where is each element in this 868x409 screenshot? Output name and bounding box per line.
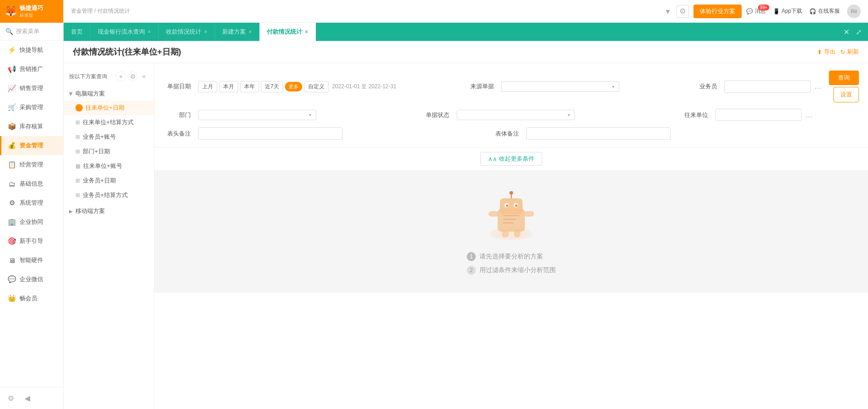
enterprise-icon: 🏢: [8, 218, 16, 226]
topbar-message-btn[interactable]: 💬 消息 99+: [746, 7, 766, 15]
date-btn-this-month[interactable]: 本月: [219, 81, 238, 92]
collapse-icon: «: [142, 72, 146, 80]
scheme-item-partner-date[interactable]: 往来单位+日期: [64, 101, 154, 115]
panel-collapse-btn[interactable]: «: [140, 71, 149, 81]
scheme-item-partner-account[interactable]: ▦ 往来单位+账号: [64, 159, 154, 173]
tab-bank-flow-close[interactable]: ×: [148, 29, 151, 35]
sidebar-item-label: 快捷导航: [20, 46, 43, 54]
scheme-group-desktop-title[interactable]: ▶ 电脑端方案: [64, 87, 154, 101]
active-dot-icon: [75, 104, 83, 111]
scheme-item-partner-settlement[interactable]: ⊞ 往来单位+结算方式: [64, 115, 154, 130]
system-icon: ⚙: [8, 199, 16, 207]
filter-row-2: 部门 ▾ 单据状态 ▾ 往来单位 …: [164, 109, 859, 121]
sidebar-collapse-btn[interactable]: ◀: [21, 392, 34, 404]
tab-home[interactable]: 首页: [64, 23, 90, 41]
main-area: 资金管理 / 付款情况统计 ▾ ⚙ 体验行业方案 💬 消息 99+ 📱 App下…: [64, 0, 868, 409]
date-btn-more[interactable]: 更多: [285, 82, 302, 91]
tab-bank-flow[interactable]: 现金银行流水查询 ×: [90, 23, 159, 41]
sidebar-item-sales[interactable]: 📈 销售管理: [0, 79, 63, 98]
sidebar-item-wechat[interactable]: 💬 企业微信: [0, 270, 63, 289]
sidebar-settings-btn[interactable]: ⚙: [5, 392, 17, 404]
date-range-text: 2022-01-01 至 2022-12-31: [332, 83, 396, 91]
chevron-down-icon: ▾: [612, 84, 614, 89]
topbar-avatar[interactable]: Rit: [847, 5, 861, 18]
chevron-up-icon: ∧∧: [488, 156, 497, 162]
tab-new-scheme-close[interactable]: ×: [249, 29, 252, 35]
date-btn-last-month[interactable]: 上月: [198, 81, 217, 92]
refresh-icon: ↻: [840, 49, 845, 56]
partner-input[interactable]: [715, 109, 802, 121]
sidebar-item-enterprise[interactable]: 🏢 企业协同: [0, 212, 63, 232]
funds-icon: 💰: [8, 141, 16, 150]
tab-expand-btn[interactable]: ⤢: [854, 26, 863, 38]
tab-bank-flow-label: 现金银行流水查询: [98, 28, 145, 36]
tab-new-scheme-label: 新建方案: [222, 28, 246, 36]
refresh-btn[interactable]: ↻ 刷新: [840, 48, 859, 56]
head-note-label: 表头备注: [164, 130, 191, 138]
app-label: App下载: [782, 7, 802, 15]
scheme-item-staff-date[interactable]: ⊞ 业务员+日期: [64, 173, 154, 188]
empty-state: 1 请先选择要分析的方案 2 用过滤条件来缩小分析范围: [155, 170, 868, 293]
bar-chart-icon: ▦: [75, 163, 80, 169]
sidebar-item-smart-hw[interactable]: 🖥 智能硬件: [0, 251, 63, 270]
operations-icon: 📋: [8, 161, 16, 169]
grid-icon: ⊞: [75, 119, 80, 126]
body-note-input[interactable]: [526, 127, 671, 140]
scheme-item-dept-date[interactable]: ⊞ 部门+日期: [64, 144, 154, 159]
tab-collection[interactable]: 收款情况统计 ×: [159, 23, 215, 41]
scheme-group-mobile-label: 移动端方案: [75, 207, 105, 215]
sidebar-item-member[interactable]: 👑 畅会员: [0, 289, 63, 308]
scheme-item-staff-settlement[interactable]: ⊞ 业务员+结算方式: [64, 188, 154, 202]
collapse-conditions-btn[interactable]: ∧∧ 收起更多条件: [480, 152, 542, 166]
chevron-down-icon: ▶: [69, 92, 74, 96]
sidebar-item-marketing[interactable]: 📢 营销推广: [0, 60, 63, 79]
quick-nav-icon: ⚡: [8, 46, 16, 54]
staff-input[interactable]: [724, 81, 811, 93]
scheme-item-label: 业务员+结算方式: [83, 191, 128, 199]
filter-settings-btn[interactable]: 设置: [833, 87, 859, 102]
date-btn-7days[interactable]: 近7天: [261, 81, 283, 92]
source-select[interactable]: ▾: [501, 81, 619, 92]
tip-num-1: 1: [467, 252, 476, 261]
grid-icon: ⊞: [75, 192, 80, 198]
try-industry-btn[interactable]: 体验行业方案: [693, 5, 742, 18]
export-btn[interactable]: ⬆ 导出: [817, 48, 836, 56]
sidebar-item-basic-info[interactable]: 🗂 基础信息: [0, 174, 63, 193]
query-btn[interactable]: 查询: [829, 71, 859, 85]
tab-collection-close[interactable]: ×: [204, 29, 207, 35]
date-btn-this-year[interactable]: 本年: [240, 81, 259, 92]
topbar-settings-btn[interactable]: ⚙: [676, 5, 689, 18]
topbar-dropdown-icon[interactable]: ▾: [666, 6, 670, 16]
search-icon: 🔍: [5, 28, 13, 35]
page-header: 付款情况统计(往来单位+日期) ⬆ 导出 ↻ 刷新: [64, 41, 868, 63]
sidebar-item-purchase[interactable]: 🛒 采购管理: [0, 98, 63, 117]
sidebar-item-inventory[interactable]: 📦 库存核算: [0, 117, 63, 136]
page-header-actions: ⬆ 导出 ↻ 刷新: [817, 48, 859, 56]
tab-close-all-btn[interactable]: ✕: [842, 26, 851, 38]
empty-tips: 1 请先选择要分析的方案 2 用过滤条件来缩小分析范围: [467, 252, 556, 275]
dept-select[interactable]: ▾: [198, 110, 316, 120]
doc-status-label: 单据状态: [422, 111, 449, 119]
sidebar-item-guide[interactable]: 🎯 新手引导: [0, 232, 63, 251]
tab-new-scheme[interactable]: 新建方案 ×: [215, 23, 259, 41]
scheme-group-mobile-title[interactable]: ▶ 移动端方案: [64, 204, 154, 218]
topbar-app-btn[interactable]: 📱 App下载: [773, 7, 802, 15]
tab-payment-stats[interactable]: 付款情况统计 ×: [259, 23, 316, 41]
sidebar-item-system[interactable]: ⚙ 系统管理: [0, 193, 63, 212]
date-btn-custom[interactable]: 自定义: [304, 81, 329, 92]
staff-dots-btn[interactable]: …: [814, 82, 822, 91]
panel-settings-btn[interactable]: ⚙: [128, 71, 138, 81]
panel-add-btn[interactable]: +: [116, 71, 126, 81]
tab-payment-stats-close[interactable]: ×: [305, 29, 308, 35]
sidebar-item-funds[interactable]: 💰 资金管理: [0, 136, 63, 155]
sidebar-search[interactable]: 🔍 搜索菜单: [0, 23, 63, 40]
sidebar-item-quick-nav[interactable]: ⚡ 快捷导航: [0, 40, 63, 60]
sidebar-item-operations[interactable]: 📋 经营管理: [0, 155, 63, 174]
topbar-service-btn[interactable]: 🎧 在线客服: [809, 7, 840, 15]
refresh-label: 刷新: [847, 48, 859, 56]
scheme-item-staff-account[interactable]: ⊞ 业务员+账号: [64, 130, 154, 144]
doc-status-select[interactable]: ▾: [457, 110, 575, 120]
head-note-input[interactable]: [198, 127, 343, 140]
svg-point-5: [506, 205, 509, 207]
partner-dots-btn[interactable]: …: [805, 111, 813, 119]
